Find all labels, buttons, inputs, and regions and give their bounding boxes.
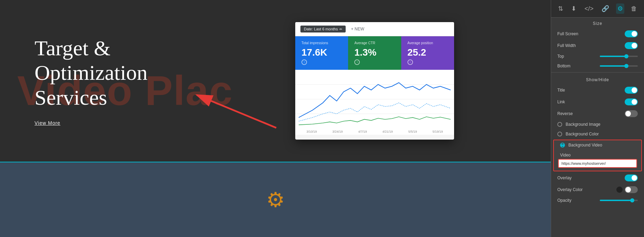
metric-impressions-value: 17.6K [301,47,342,58]
link-toggle[interactable] [625,98,638,105]
metric-impressions: Total impressions 17.6K ? [295,36,348,70]
chart-label-4: 4/21/19 [382,130,393,133]
gear-icon-bottom: ⚙ [266,188,285,212]
bottom-row: Bottom [551,61,644,71]
date-badge: Date: Last 6 months ✏ [300,26,346,32]
dark-section: Video Plac Target & Optimization Service… [0,0,551,162]
link-row: Link [551,96,644,108]
metric-ctr: Average CTR 1.3% ? [348,36,401,70]
metric-position-value: 25.2 [407,47,448,58]
overlay-toggle[interactable] [625,174,638,181]
content-block: Target & Optimization Services View More [35,36,147,126]
overlay-color-row: Overlay Color [551,184,644,196]
reverse-label: Reverse [557,111,573,116]
chart-label-1: 3/10/19 [306,130,317,133]
view-more-link[interactable]: View More [35,120,147,126]
full-screen-label: Full Screen [557,31,578,36]
pencil-icon: ✏ [339,27,342,31]
chart-label-3: 4/7/19 [358,130,367,133]
metric-position: Average position 25.2 ? [401,36,454,70]
overlay-color-dot[interactable] [616,187,623,193]
link-icon[interactable]: 🔗 [600,3,611,14]
metric-ctr-label: Average CTR [354,41,395,45]
info-icon-1: ? [301,59,307,65]
full-width-toggle[interactable] [625,42,638,49]
background-image-label: Background Image [566,122,600,127]
top-label: Top [557,54,564,59]
video-field-label: Video [558,151,637,159]
top-row: Top [551,51,644,61]
overlay-color-label: Overlay Color [557,187,583,192]
bottom-slider[interactable] [600,65,638,67]
info-icon-3: ? [407,59,413,65]
full-width-label: Full Width [557,43,576,48]
metric-ctr-value: 1.3% [354,47,395,58]
analytics-card: Date: Last 6 months ✏ + NEW Total impres… [295,22,454,140]
background-video-label: Background Video [568,143,602,148]
background-video-highlighted: Background Video Video [553,140,642,171]
top-slider[interactable] [600,56,638,57]
full-screen-row: Full Screen [551,28,644,40]
link-toggle-label: Link [557,99,565,104]
opacity-slider[interactable] [600,200,638,201]
title-toggle-label: Title [557,88,565,93]
info-icon-2: ? [354,59,360,65]
opacity-row: Opacity [551,196,644,205]
background-color-label: Background Color [566,132,599,136]
metric-impressions-label: Total impressions [301,41,342,45]
reverse-toggle[interactable] [625,110,638,117]
right-panel: ⇅ ⬇ </> 🔗 ⚙ 🗑 Size Full Screen Full Widt… [551,0,644,237]
bottom-label: Bottom [557,64,570,68]
settings-icon[interactable]: ⚙ [616,3,624,14]
reverse-row: Reverse [551,108,644,120]
background-image-row[interactable]: Background Image [551,120,644,129]
video-url-input[interactable] [558,159,637,168]
analytics-metrics: Total impressions 17.6K ? Average CTR 1.… [295,36,454,70]
background-image-radio[interactable] [557,122,562,127]
overlay-row: Overlay [551,172,644,184]
bottom-section: ⚙ [0,162,551,237]
overlay-label: Overlay [557,176,571,180]
background-color-row[interactable]: Background Color [551,129,644,139]
overlay-color-toggle[interactable] [625,186,638,193]
chart-label-5: 5/5/19 [408,130,417,133]
delete-icon[interactable]: 🗑 [629,4,638,14]
sort-icon[interactable]: ⇅ [557,3,565,14]
video-section: Video [554,150,641,171]
chart-labels: 3/10/19 3/24/19 4/7/19 4/21/19 5/5/19 5/… [295,129,454,135]
chart-label-6: 5/19/19 [432,130,443,133]
background-video-radio[interactable] [560,143,565,148]
new-button[interactable]: + NEW [351,27,364,31]
canvas-area: Video Plac Target & Optimization Service… [0,0,551,237]
toolbar: ⇅ ⬇ </> 🔗 ⚙ 🗑 [551,0,644,18]
background-color-radio[interactable] [557,132,562,136]
full-width-row: Full Width [551,40,644,51]
chart-label-2: 3/24/19 [332,130,343,133]
download-icon[interactable]: ⬇ [570,3,578,14]
code-icon[interactable]: </> [583,4,595,14]
title-row: Title [551,84,644,96]
background-video-row[interactable]: Background Video [554,140,641,150]
show-hide-section-title: Show/Hide [551,74,644,84]
size-section-title: Size [551,18,644,28]
main-title: Target & Optimization Services [35,36,147,110]
title-toggle[interactable] [625,87,638,94]
full-screen-toggle[interactable] [625,30,638,37]
analytics-header: Date: Last 6 months ✏ + NEW [295,22,454,36]
metric-position-label: Average position [407,41,448,45]
opacity-label: Opacity [557,198,571,203]
chart-area [295,70,454,129]
